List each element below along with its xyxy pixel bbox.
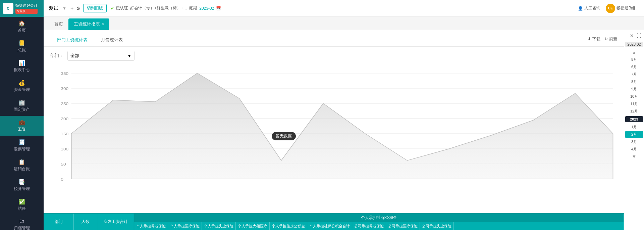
sidebar-label-home: 首页 — [18, 28, 26, 33]
month-3[interactable]: 3月 — [625, 138, 643, 145]
month-7[interactable]: 7月 — [625, 71, 643, 78]
filter-chevron-icon: ▼ — [127, 53, 131, 58]
sidebar-label-ledger: 总账 — [18, 47, 26, 53]
col-dept: 部门 — [44, 214, 74, 230]
logo-badge: 专业版 — [15, 9, 38, 14]
month-8[interactable]: 8月 — [625, 78, 643, 85]
svg-text:150: 150 — [61, 132, 68, 136]
main-area: 测试 ▼ + ⚙ 切到旧版 ✔ 已认证 好会计（专）+好生意（标）+… 账期 2… — [44, 0, 644, 230]
sidebar-logo: C 畅捷通好会计 专业版 — [0, 0, 44, 17]
month-5[interactable]: 5月 — [625, 56, 643, 63]
asset-icon: 🏢 — [18, 99, 25, 106]
help-label: 人工咨询 — [584, 5, 600, 11]
archive-icon: 🗂 — [19, 218, 24, 224]
download-icon: ⬇ — [588, 37, 591, 41]
sidebar-label-report: 报表中心 — [14, 67, 30, 73]
sidebar-label-archive: 归档管理 — [14, 225, 30, 230]
svg-text:200: 200 — [61, 117, 68, 121]
switch-old-btn[interactable]: 切到旧版 — [83, 4, 107, 12]
sidebar-item-archive[interactable]: 🗂 归档管理 — [0, 215, 44, 230]
tab-salary-report[interactable]: 工资统计报表 × — [68, 18, 109, 30]
help-icon: 👤 — [578, 6, 583, 11]
sidebar-label-fund: 资金管理 — [14, 87, 30, 93]
tab-salary-label: 工资统计报表 — [74, 21, 100, 27]
panel-expand-icon[interactable]: ⛶ — [637, 33, 641, 38]
tabs-bar: 首页 工资统计报表 × — [44, 17, 644, 30]
panel-controls: ✕ ⛶ — [624, 33, 644, 38]
sidebar-item-settlement[interactable]: ✅ 结账 — [0, 195, 44, 215]
sidebar-item-salary[interactable]: 💼 工资 — [0, 116, 44, 136]
sub-col-unemployment: 个人承担失业保险 — [202, 222, 236, 230]
topbar: 测试 ▼ + ⚙ 切到旧版 ✔ 已认证 好会计（专）+好生意（标）+… 账期 2… — [44, 0, 644, 17]
ledger-icon: 📒 — [18, 40, 25, 46]
sub-col-company-unemployment: 公司承担失业保险 — [420, 222, 454, 230]
sidebar-item-home[interactable]: 🏠 首页 — [0, 17, 44, 37]
sub-col-major-medical: 个人承担大额医疗 — [236, 222, 270, 230]
report-icon: 📊 — [18, 60, 25, 66]
sub-tabs: 部门工资统计表 月份统计表 ⬇ 下载 ↻ 刷新 — [44, 30, 624, 47]
col-salary: 应发工资合计 — [97, 214, 134, 230]
topbar-actions: + ⚙ 切到旧版 — [70, 4, 107, 12]
content-area: 部门工资统计表 月份统计表 ⬇ 下载 ↻ 刷新 — [44, 30, 644, 230]
topbar-status: ✔ 已认证 好会计（专）+好生意（标）+… 账期 2023-02 📅 — [111, 5, 221, 11]
svg-text:0: 0 — [61, 177, 63, 181]
col-group-personal: 个人承担社保公积金 个人承担养老保险 个人承担医疗保险 个人承担失业保险 个人承… — [134, 214, 624, 230]
help-btn[interactable]: 👤 人工咨询 — [578, 5, 600, 11]
sidebar-label-tax: 税务管理 — [14, 186, 30, 192]
sidebar-item-report[interactable]: 📊 报表中心 — [0, 56, 44, 76]
sidebar: C 畅捷通好会计 专业版 🏠 首页 📒 总账 📊 报表中心 💰 资金管理 🏢 固… — [0, 0, 44, 230]
sidebar-item-invoice[interactable]: 🧾 发票管理 — [0, 136, 44, 155]
salary-icon: 💼 — [18, 119, 25, 126]
settings-icon[interactable]: ⚙ — [76, 6, 80, 11]
user-btn[interactable]: CE 畅捷通B组... — [606, 4, 639, 13]
sidebar-item-sales[interactable]: 📋 进销台账 — [0, 155, 44, 175]
nav-up-icon[interactable]: ▲ — [631, 49, 637, 56]
sub-tab-actions: ⬇ 下载 ↻ 刷新 — [588, 36, 617, 45]
sub-col-housing-fund: 个人承担住房公积金 — [270, 222, 307, 230]
panel-close-icon[interactable]: ✕ — [630, 33, 634, 38]
calendar-icon[interactable]: 📅 — [216, 6, 221, 11]
sub-col-pension: 个人承担养老保险 — [134, 222, 168, 230]
right-panel: ✕ ⛶ 2023.02 ▲ 5月 6月 7月 8月 9月 10月 11月 12月… — [624, 30, 644, 230]
sidebar-item-asset[interactable]: 🏢 固定资产 — [0, 96, 44, 116]
download-btn[interactable]: ⬇ 下载 — [588, 36, 600, 42]
sidebar-item-fund[interactable]: 💰 资金管理 — [0, 76, 44, 96]
month-9[interactable]: 9月 — [625, 86, 643, 93]
refresh-btn[interactable]: ↻ 刷新 — [604, 36, 617, 42]
sidebar-label-sales: 进销台账 — [14, 166, 30, 172]
chart-svg: 0 50 100 150 200 250 300 350 — [50, 68, 617, 182]
group-label: 个人承担社保公积金 — [134, 214, 624, 222]
month-6[interactable]: 6月 — [625, 63, 643, 71]
refresh-icon: ↻ — [604, 37, 608, 41]
year-2023-label: 2023 — [625, 116, 643, 122]
add-icon[interactable]: + — [70, 5, 73, 11]
settlement-icon: ✅ — [18, 198, 25, 205]
tax-icon: 📑 — [18, 179, 25, 185]
tab-close-icon[interactable]: × — [102, 22, 104, 26]
logo-text: 畅捷通好会计 — [15, 3, 38, 8]
month-10[interactable]: 10月 — [625, 93, 643, 100]
dept-filter-value: 全部 — [70, 53, 79, 59]
year-display: 2023.02 — [625, 42, 643, 47]
sidebar-item-tax[interactable]: 📑 税务管理 — [0, 175, 44, 195]
month-2-active[interactable]: 2月 — [625, 131, 643, 138]
svg-text:50: 50 — [61, 162, 66, 166]
dept-filter-select[interactable]: 全部 ▼ — [67, 51, 135, 61]
company-name: 测试 — [49, 5, 58, 11]
tab-home[interactable]: 首页 — [49, 18, 68, 30]
logo-icon: C — [3, 3, 13, 14]
month-nav: ▲ 5月 6月 7月 8月 9月 10月 11月 12月 2023 1月 2月 … — [624, 49, 644, 160]
sub-tab-dept[interactable]: 部门工资统计表 — [50, 34, 94, 46]
sidebar-label-asset: 固定资产 — [14, 107, 30, 112]
nav-down-icon[interactable]: ▼ — [631, 153, 637, 160]
month-4[interactable]: 4月 — [625, 146, 643, 153]
fund-icon: 💰 — [18, 80, 25, 86]
month-11[interactable]: 11月 — [625, 100, 643, 107]
user-avatar: CE — [606, 4, 615, 13]
month-1[interactable]: 1月 — [625, 124, 643, 131]
svg-text:250: 250 — [61, 102, 68, 106]
sub-tab-month[interactable]: 月份统计表 — [94, 34, 129, 46]
sub-col-row: 个人承担养老保险 个人承担医疗保险 个人承担失业保险 个人承担大额医疗 个人承担… — [134, 222, 624, 230]
month-12[interactable]: 12月 — [625, 108, 643, 115]
sidebar-item-ledger[interactable]: 📒 总账 — [0, 37, 44, 56]
